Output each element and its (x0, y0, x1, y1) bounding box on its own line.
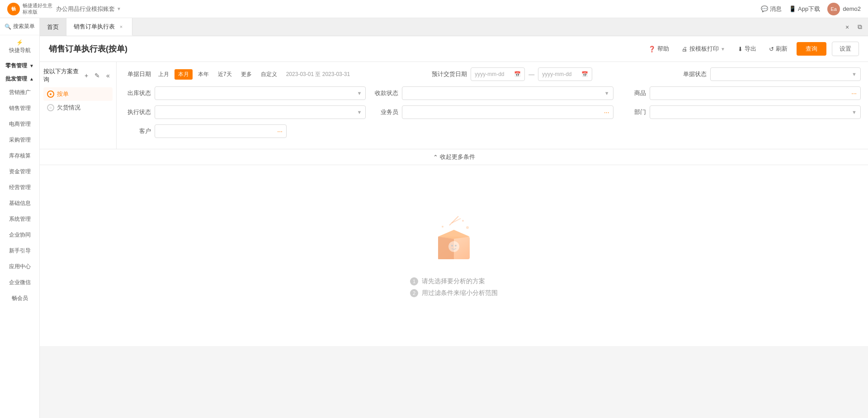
svg-point-5 (466, 226, 469, 229)
sidebar-item-purchase[interactable]: 采购管理 (0, 132, 39, 148)
date-range-text: 2023-03-01 至 2023-03-31 (286, 71, 350, 78)
salesperson-label: 业务员 (371, 108, 398, 116)
sidebar-item-wholesale[interactable]: 批发管理 ▲ (0, 71, 39, 85)
date-tab-7-days[interactable]: 近7天 (214, 69, 236, 80)
export-btn[interactable]: ⬇ 导出 (734, 43, 760, 55)
status-select[interactable]: ▼ (710, 67, 861, 81)
tab-home[interactable]: 首页 (40, 18, 66, 36)
goods-label: 商品 (619, 89, 646, 97)
tab-bar: 首页 销售订单执行表 × × ⧉ (40, 18, 868, 36)
help-icon: ❓ (648, 46, 656, 52)
sidebar-item-ecommerce[interactable]: 电商管理 (0, 116, 39, 132)
template-print-btn[interactable]: 🖨 按模板打印 ▼ (678, 43, 729, 55)
exec-filter-group: 执行状态 ▼ (124, 105, 366, 119)
expand-btn[interactable]: ⧉ (855, 23, 864, 32)
delivery-dropdown-icon: ▼ (357, 90, 362, 96)
sidebar-item-marketing[interactable]: 营销推广 (0, 85, 39, 100)
date-separator: — (528, 71, 534, 78)
header-left: 畅 畅捷通好生意 标准版 办公用品行业模拟账套 ▼ (7, 3, 121, 15)
sidebar-item-member[interactable]: 畅会员 (0, 290, 39, 306)
collapse-left-btn[interactable]: « (104, 71, 113, 80)
sidebar-item-sales[interactable]: 销售管理 (0, 100, 39, 116)
goods-select[interactable]: ··· (650, 86, 861, 100)
sidebar-item-inventory[interactable]: 库存核算 (0, 148, 39, 164)
app-download-btn[interactable]: 📱 App下载 (789, 5, 820, 13)
sidebar-item-enterprise[interactable]: 企业协同 (0, 227, 39, 243)
delivery-filter-group: 出库状态 ▼ (124, 86, 366, 100)
payment-select[interactable]: ▼ (402, 86, 613, 100)
sidebar-item-operations[interactable]: 经营管理 (0, 180, 39, 195)
delivery-select[interactable]: ▼ (155, 86, 366, 100)
date-tab-this-year[interactable]: 本年 (194, 69, 212, 80)
date-tab-last-month[interactable]: 上月 (155, 69, 173, 80)
logo-area: 畅 畅捷通好生意 标准版 (7, 3, 52, 15)
svg-point-10 (455, 245, 457, 247)
dept-select[interactable]: ▼ (650, 105, 861, 119)
search-panel: 按以下方案查询 + ✎ « ● 按单 ○ 欠货情况 (40, 62, 868, 149)
main-layout: 🔍 搜索菜单 ⚡ 快捷导航 零售管理 ▼ 批发管理 ▲ 营销推广 销售管理 电商… (0, 18, 868, 418)
salesperson-more-icon: ··· (604, 109, 609, 116)
close-tab-btn[interactable]: × (843, 23, 852, 32)
sidebar-item-search[interactable]: 🔍 搜索菜单 (0, 18, 39, 35)
date-filter-group: 单据日期 上月 本月 本年 近7天 更多 自定义 2023-03-01 至 20… (124, 69, 426, 80)
query-btn[interactable]: 查询 (797, 42, 826, 56)
svg-point-8 (448, 241, 459, 252)
help-btn[interactable]: ❓ 帮助 (645, 43, 673, 55)
tab-sales-exec[interactable]: 销售订单执行表 × (66, 18, 132, 36)
salesperson-filter-group: 业务员 ··· (371, 105, 613, 119)
nav-title: 办公用品行业模拟账套 (56, 5, 115, 13)
sidebar-item-app-center[interactable]: 应用中心 (0, 259, 39, 275)
customer-more-icon: ··· (277, 128, 283, 135)
empty-state: 1 请先选择要分析的方案 2 用过滤条件来缩小分析范围 (40, 165, 868, 346)
calendar-icon: 📅 (514, 71, 521, 77)
settings-btn[interactable]: 设置 (832, 42, 859, 56)
dept-dropdown-icon: ▼ (852, 109, 857, 115)
sidebar-item-wechat[interactable]: 企业微信 (0, 275, 39, 290)
logo-icon: 畅 (7, 3, 20, 15)
payment-label: 收款状态 (371, 89, 398, 97)
edit-scheme-btn[interactable]: ✎ (93, 71, 102, 80)
collapse-bar[interactable]: ⌃ 收起更多条件 (40, 149, 868, 165)
page-actions: ❓ 帮助 🖨 按模板打印 ▼ ⬇ 导出 ↺ 刷新 (645, 42, 859, 56)
date-start-input[interactable]: yyyy-mm-dd 📅 (471, 67, 525, 81)
empty-tip-1: 1 请先选择要分析的方案 (410, 277, 498, 285)
page-title: 销售订单执行表(按单) (49, 43, 127, 54)
refresh-icon: ↺ (769, 46, 774, 52)
sidebar-item-quick-nav[interactable]: ⚡ 快捷导航 (0, 35, 39, 58)
sales-exec-tab-label: 销售订单执行表 (74, 23, 115, 31)
refresh-btn[interactable]: ↺ 刷新 (765, 43, 791, 55)
sidebar-item-guide[interactable]: 新手引导 (0, 243, 39, 259)
exec-dropdown-icon: ▼ (357, 109, 362, 115)
tab-close-btn[interactable]: × (118, 23, 125, 30)
logo-text: 畅捷通好生意 标准版 (23, 3, 52, 14)
scheme-item-active[interactable]: ● 按单 (43, 87, 113, 101)
home-tab-label: 首页 (47, 23, 59, 31)
date-end-input[interactable]: yyyy-mm-dd 📅 (538, 67, 592, 81)
date-tab-this-month[interactable]: 本月 (175, 69, 193, 80)
sidebar-item-system[interactable]: 系统管理 (0, 211, 39, 227)
phone-icon: 📱 (789, 5, 796, 12)
nav-title-area[interactable]: 办公用品行业模拟账套 ▼ (56, 5, 121, 13)
message-btn[interactable]: 💬 消息 (761, 5, 782, 13)
exec-select[interactable]: ▼ (155, 105, 366, 119)
date-tab-custom[interactable]: 自定义 (257, 69, 281, 80)
sidebar-item-finance[interactable]: 资金管理 (0, 164, 39, 180)
svg-line-4 (452, 218, 461, 223)
empty-illustration (427, 214, 481, 268)
date-label: 单据日期 (124, 70, 151, 78)
filter-row-2: 出库状态 ▼ 收款状态 ▼ (124, 86, 861, 100)
add-scheme-btn[interactable]: + (82, 71, 91, 80)
scheme-inactive-icon: ○ (47, 104, 54, 111)
chevron-down-icon: ▼ (29, 63, 34, 68)
status-dropdown-icon: ▼ (852, 71, 857, 77)
dept-label: 部门 (619, 108, 646, 116)
chevron-up-icon: ▲ (29, 76, 34, 81)
sidebar-item-basic[interactable]: 基础信息 (0, 195, 39, 211)
filter-row-3: 执行状态 ▼ 业务员 ··· (124, 105, 861, 119)
customer-select[interactable]: ··· (155, 124, 287, 138)
date-tab-more[interactable]: 更多 (237, 69, 255, 80)
scheme-item-debt[interactable]: ○ 欠货情况 (43, 101, 113, 114)
sidebar-item-retail[interactable]: 零售管理 ▼ (0, 58, 39, 71)
salesperson-select[interactable]: ··· (402, 105, 613, 119)
user-area[interactable]: Ea demo2 (827, 3, 861, 15)
